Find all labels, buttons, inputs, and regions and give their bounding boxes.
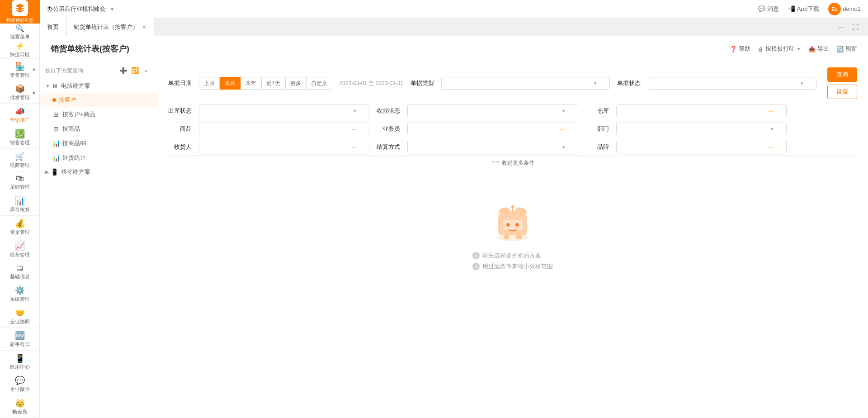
tab-sales-stats[interactable]: 销货单统计表（按客户） ✕ xyxy=(66,18,154,36)
sidebar-item-appcenter[interactable]: 📱 应用中心 xyxy=(0,351,40,373)
logo-icon xyxy=(12,0,28,16)
product-filter: 商品 ··· xyxy=(168,123,369,135)
panel-section-mobile-header[interactable]: ▶ 📱 移动端方案 xyxy=(40,165,157,179)
brand-select[interactable]: ··· xyxy=(616,141,787,153)
retail-icon: 🏪 xyxy=(15,62,25,71)
tip-text-2: 用过滤条件来缩小分析范围 xyxy=(482,262,553,271)
desktop-section-label: 电脑端方案 xyxy=(61,82,90,90)
panel-collapse-btn[interactable]: « xyxy=(142,66,151,76)
sidebar-item-finance[interactable]: 💰 资金管理 xyxy=(0,216,40,238)
delivery-status-select[interactable]: ▾ xyxy=(199,104,369,117)
message-btn[interactable]: 💬 消息 xyxy=(758,5,779,13)
tab-close-btn[interactable]: ✕ xyxy=(142,24,146,30)
delivery-status-arrow: ▾ xyxy=(354,108,356,114)
panel-refresh-btn[interactable]: 🔁 xyxy=(130,66,140,76)
user-area[interactable]: Ea demo2 xyxy=(828,3,861,15)
header-right: 💬 消息 📲 App下载 Ea demo2 xyxy=(758,3,861,15)
sidebar-item-marketing[interactable]: 📣 营销推广 xyxy=(0,104,40,126)
app-download-label: App下载 xyxy=(797,5,819,13)
sidebar-item-wechat[interactable]: 💬 企业微信 xyxy=(0,373,40,396)
sidebar-item-system[interactable]: ⚙️ 系统管理 xyxy=(0,283,40,306)
query-button[interactable]: 查询 xyxy=(827,67,857,82)
date-btn-more[interactable]: 更多 xyxy=(285,77,306,90)
warehouse-select[interactable]: ··· xyxy=(616,104,787,117)
search-label: 搜索菜单 xyxy=(10,33,30,40)
sidebar-item-retail[interactable]: 🏪 零售管理 ▼ xyxy=(0,59,40,81)
sidebar-item-member[interactable]: 👑 畅会员 xyxy=(0,395,40,418)
panel-item-return-stats[interactable]: 📊 退货统计 xyxy=(40,151,157,165)
panel-item-customer-product-label: 按客户+商品 xyxy=(62,110,95,119)
message-icon: 💬 xyxy=(758,5,765,12)
page-content: 销货单统计表(按客户) ❓ 帮助 🖨 按模板打印 ▼ 📤 导出 🔄 刷新 xyxy=(40,36,868,418)
settlement-select[interactable]: ▾ xyxy=(407,141,578,153)
tab-maximize-btn[interactable]: ⛶ xyxy=(850,22,861,33)
collapse-bar[interactable]: ⌃⌃ 收起更多条件 xyxy=(168,155,857,171)
department-select[interactable]: ▾ xyxy=(616,123,787,135)
desktop-icon: 🖥 xyxy=(52,82,58,90)
svg-rect-8 xyxy=(516,235,522,239)
sidebar-item-purchase[interactable]: 🛍 采购管理 xyxy=(0,171,40,194)
tab-home[interactable]: 首页 xyxy=(40,18,66,36)
header-dropdown-arrow[interactable]: ▼ xyxy=(109,6,115,12)
date-btn-this-year[interactable]: 本年 xyxy=(241,77,261,90)
panel-add-btn[interactable]: ➕ xyxy=(118,66,128,76)
app-download-btn[interactable]: 📲 App下载 xyxy=(788,5,819,13)
filter-row-3: 商品 ··· 业务员 ··· 部门 xyxy=(168,123,857,135)
panel-item-customer-product[interactable]: ⊞ 按客户+商品 xyxy=(40,107,157,122)
finance-icon: 💰 xyxy=(15,218,25,228)
date-group: 上月 本月 本年 近7天 更多 自定义 xyxy=(199,77,332,90)
date-btn-last-7-days[interactable]: 近7天 xyxy=(261,77,285,90)
print-label: 按模板打印 xyxy=(765,45,795,53)
date-btn-this-month[interactable]: 本月 xyxy=(220,77,241,90)
help-label: 帮助 xyxy=(739,45,750,53)
empty-tip-1: ① 请先选择要分析的方案 xyxy=(472,252,553,260)
date-btn-last-month[interactable]: 上月 xyxy=(199,77,220,90)
department-filter: 部门 ▾ xyxy=(585,123,787,135)
sales-icon: 💹 xyxy=(15,129,25,139)
mobile-section-label: 移动端方案 xyxy=(61,168,90,176)
panel-item-by-product99[interactable]: 📊 按商品99 xyxy=(40,136,157,151)
department-label: 部门 xyxy=(585,125,613,133)
settings-button[interactable]: 设置 xyxy=(827,85,857,99)
section-collapse-icon: ▶ xyxy=(45,169,49,175)
sidebar-item-basic[interactable]: 🗂 基础信息 xyxy=(0,261,40,283)
appcenter-icon: 📱 xyxy=(15,353,25,363)
salesperson-select[interactable]: ··· xyxy=(407,123,578,135)
consignee-select[interactable]: ··· xyxy=(199,141,369,153)
sidebar-item-inventory[interactable]: 📊 库存核算 xyxy=(0,193,40,216)
order-status-select[interactable]: ▾ xyxy=(648,77,816,90)
sidebar-item-ecommerce[interactable]: 🛒 电商管理 xyxy=(0,149,40,171)
export-btn[interactable]: 📤 导出 xyxy=(808,45,829,53)
payment-status-select[interactable]: ▾ xyxy=(407,104,578,117)
panel-header-title: 按以下方案查询 xyxy=(45,67,83,75)
ecommerce-icon: 🛒 xyxy=(15,152,25,162)
right-area: 单据日期 上月 本月 本年 近7天 更多 自定义 2023-03-01 至 20… xyxy=(157,60,868,417)
sidebar-item-operations[interactable]: 📈 经营管理 xyxy=(0,238,40,261)
panel-item-by-product-label: 按商品 xyxy=(62,125,80,133)
sidebar-item-sales[interactable]: 💹 销售管理 xyxy=(0,126,40,149)
panel-item-by-product[interactable]: ⊞ 按商品 xyxy=(40,122,157,136)
tab-home-label: 首页 xyxy=(47,23,59,31)
mobile-icon: 📱 xyxy=(51,168,58,176)
print-dropdown-icon: ▼ xyxy=(797,47,801,52)
wholesale-arrow: ▲ xyxy=(32,90,36,95)
help-btn[interactable]: ❓ 帮助 xyxy=(730,45,750,53)
order-type-select[interactable]: ▾ xyxy=(441,77,610,90)
consignee-label: 收货人 xyxy=(168,143,195,151)
product-select[interactable]: ··· xyxy=(199,123,369,135)
sidebar-item-wholesale[interactable]: 📦 批发管理 ▲ xyxy=(0,81,40,104)
sidebar-search[interactable]: 🔍 搜索菜单 xyxy=(0,24,40,41)
panel-item-by-customer[interactable]: 按客户 xyxy=(40,93,157,107)
cooperation-icon: 🤝 xyxy=(15,308,25,318)
panel-section-desktop-header[interactable]: ▼ 🖥 电脑端方案 xyxy=(40,79,157,93)
print-btn[interactable]: 🖨 按模板打印 ▼ xyxy=(758,45,801,53)
svg-rect-2 xyxy=(503,220,523,230)
date-btn-custom[interactable]: 自定义 xyxy=(306,77,332,90)
panel-header: 按以下方案查询 ➕ 🔁 « xyxy=(40,66,157,79)
refresh-btn[interactable]: 🔄 刷新 xyxy=(836,45,857,53)
sidebar-item-cooperation[interactable]: 🤝 企业协同 xyxy=(0,305,40,328)
tab-minimize-btn[interactable]: — xyxy=(835,22,846,33)
order-type-label: 单据类型 xyxy=(410,79,438,87)
sidebar-item-guide[interactable]: 🆕 新手引导 xyxy=(0,328,40,351)
sidebar-quick-nav[interactable]: ⚡ 快捷导航 xyxy=(0,41,40,59)
